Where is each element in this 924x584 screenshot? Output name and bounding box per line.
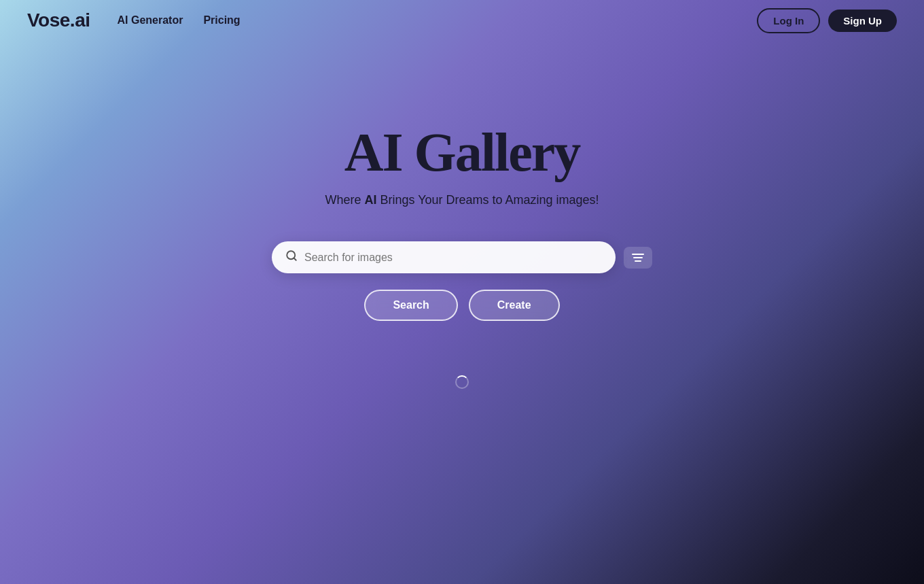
loading-area xyxy=(455,375,469,389)
login-button[interactable]: Log In xyxy=(757,8,820,33)
nav-right: Log In Sign Up xyxy=(757,8,897,33)
search-input[interactable] xyxy=(304,252,602,264)
nav-links: AI Generator Pricing xyxy=(117,14,240,27)
subtitle-prefix: Where xyxy=(325,193,364,207)
action-buttons: Search Create xyxy=(364,290,559,321)
navbar: Vose.ai AI Generator Pricing Log In Sign… xyxy=(0,0,924,41)
nav-left: Vose.ai AI Generator Pricing xyxy=(27,10,241,31)
filter-line-3 xyxy=(635,260,641,262)
subtitle-suffix: Brings Your Dreams to Amazing images! xyxy=(376,193,599,207)
hero-section: AI Gallery Where AI Brings Your Dreams t… xyxy=(0,41,924,389)
search-bar xyxy=(272,241,616,273)
search-button[interactable]: Search xyxy=(364,290,457,321)
hero-title: AI Gallery xyxy=(344,122,580,182)
nav-link-pricing[interactable]: Pricing xyxy=(203,14,240,27)
hero-subtitle: Where AI Brings Your Dreams to Amazing i… xyxy=(325,193,599,207)
search-icon xyxy=(285,250,298,265)
filter-icon xyxy=(632,254,644,262)
search-container xyxy=(272,241,652,273)
logo[interactable]: Vose.ai xyxy=(27,10,90,31)
filter-button[interactable] xyxy=(624,247,652,269)
create-button[interactable]: Create xyxy=(469,290,560,321)
nav-link-ai-generator[interactable]: AI Generator xyxy=(117,14,183,27)
loading-spinner xyxy=(455,375,469,389)
svg-line-1 xyxy=(294,258,296,260)
subtitle-ai: AI xyxy=(364,193,376,207)
filter-line-1 xyxy=(632,254,644,255)
signup-button[interactable]: Sign Up xyxy=(828,10,897,32)
filter-line-2 xyxy=(633,257,643,258)
